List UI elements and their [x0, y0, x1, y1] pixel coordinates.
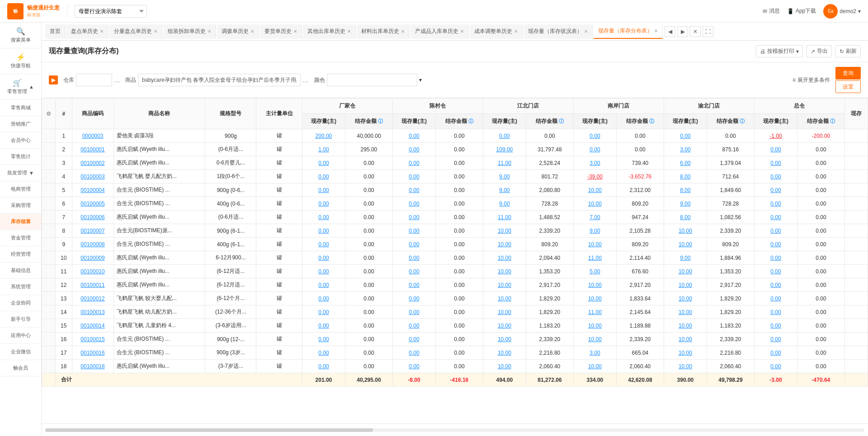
org-selector[interactable]: 母婴行业演示陈套 — [75, 5, 147, 18]
cc-qty[interactable]: 0.00 — [392, 292, 436, 305]
total-qty[interactable]: 0.00 — [754, 183, 797, 197]
total-qty[interactable]: 0.00 — [754, 156, 797, 170]
nb-qty[interactable]: 7.00 — [573, 211, 617, 224]
cc-qty[interactable]: 0.00 — [392, 143, 436, 156]
sidebar-item-wechat[interactable]: 企业微信 — [0, 344, 41, 360]
yb-qty[interactable]: 8.00 — [664, 170, 707, 183]
export-btn[interactable]: ↗ 导出 — [807, 45, 832, 57]
jb-qty[interactable]: 10.00 — [483, 265, 526, 278]
jb-qty[interactable]: 109.00 — [483, 143, 526, 156]
row-sku[interactable]: 00100002 — [72, 156, 113, 170]
nb-qty[interactable]: 11.00 — [573, 251, 617, 265]
close-tab-6[interactable]: ✕ — [347, 29, 351, 34]
nb-qty[interactable]: 5.00 — [573, 265, 617, 278]
color-input[interactable] — [327, 74, 417, 86]
close-tab-9[interactable]: ✕ — [514, 29, 518, 34]
sidebar-item-quicknav[interactable]: ⚡ 快捷导航 — [0, 48, 41, 74]
cf-qty[interactable]: 0.00 — [302, 211, 345, 224]
sidebar-item-retail-stats[interactable]: 零售统计 — [0, 149, 41, 165]
yb-qty[interactable]: 10.00 — [664, 292, 707, 305]
tab-home[interactable]: 首页 — [45, 24, 66, 39]
sidebar-item-newbie[interactable]: 新手引导 — [0, 311, 41, 328]
total-amt-info[interactable]: ⓘ — [830, 118, 835, 124]
nb-qty[interactable]: 10.00 — [573, 333, 617, 346]
query-btn[interactable]: 查询 — [835, 67, 861, 80]
total-qty[interactable]: 0.00 — [754, 305, 797, 319]
jb-qty[interactable]: 11.00 — [483, 156, 526, 170]
row-sku[interactable]: 00100014 — [72, 319, 113, 333]
sidebar-item-basic-info[interactable]: 基础信息 — [0, 263, 41, 279]
jb-qty[interactable]: 10.00 — [483, 346, 526, 360]
cc-qty[interactable]: 0.00 — [392, 265, 436, 278]
sidebar-item-system[interactable]: 系统管理 — [0, 279, 41, 295]
warehouse-more-btn[interactable]: ... — [114, 76, 120, 84]
jb-qty[interactable]: 0.00 — [483, 129, 526, 143]
cc-qty[interactable]: 0.00 — [392, 170, 436, 183]
sidebar-item-vip[interactable]: 畅会员 — [0, 360, 41, 376]
nb-qty[interactable]: 10.00 — [573, 278, 617, 292]
yb-amt-info[interactable]: ⓘ — [740, 118, 745, 124]
cf-qty[interactable]: 0.00 — [302, 197, 345, 211]
total-qty[interactable]: 0.00 — [754, 265, 797, 278]
yb-qty[interactable]: 10.00 — [664, 278, 707, 292]
jb-qty[interactable]: 10.00 — [483, 360, 526, 373]
total-qty[interactable]: 0.00 — [754, 346, 797, 360]
jb-qty[interactable]: 9.00 — [483, 170, 526, 183]
sidebar-item-wholesale[interactable]: 批发管理 ▼ — [0, 165, 41, 181]
close-tab-4[interactable]: ✕ — [250, 29, 254, 34]
expand-more-btn[interactable]: ≡ 展开更多条件 — [793, 76, 830, 84]
jb-qty[interactable]: 10.00 — [483, 333, 526, 346]
jb-qty[interactable]: 10.00 — [483, 319, 526, 333]
tab-requisition[interactable]: 要货单历史 ✕ — [260, 24, 302, 39]
yb-qty[interactable]: 9.00 — [664, 197, 707, 211]
cf-qty[interactable]: 0.00 — [302, 183, 345, 197]
cf-qty[interactable]: 0.00 — [302, 170, 345, 183]
cc-amt-info[interactable]: ⓘ — [468, 118, 473, 124]
row-sku[interactable]: 0000003 — [72, 129, 113, 143]
total-qty[interactable]: 0.00 — [754, 143, 797, 156]
tab-material-out[interactable]: 材料出库单历史 ✕ — [357, 24, 410, 39]
jb-qty[interactable]: 9.00 — [483, 197, 526, 211]
cc-qty[interactable]: 0.00 — [392, 278, 436, 292]
yb-qty[interactable]: 9.00 — [664, 251, 707, 265]
tab-inventory-check[interactable]: 盘点单历史 ✕ — [66, 24, 108, 39]
app-download-btn[interactable]: 📱 App下载 — [787, 7, 816, 15]
cc-qty[interactable]: 0.00 — [392, 333, 436, 346]
gear-icon-header[interactable]: ⚙ — [46, 111, 51, 117]
tab-other-out[interactable]: 其他出库单历史 ✕ — [303, 24, 356, 39]
message-btn[interactable]: ✉ 消息 — [763, 7, 780, 15]
tab-transfer[interactable]: 调拨单历史 ✕ — [217, 24, 259, 39]
cf-qty[interactable]: 0.00 — [302, 251, 345, 265]
tab-nav-expand[interactable]: ⛶ — [703, 26, 713, 37]
nb-qty[interactable]: 10.00 — [573, 238, 617, 251]
settings-btn[interactable]: 设置 — [835, 80, 861, 93]
sidebar-item-ecommerce[interactable]: 电商管理 — [0, 181, 41, 197]
nb-qty[interactable]: 10.00 — [573, 319, 617, 333]
row-sku[interactable]: 00100003 — [72, 170, 113, 183]
tab-assembly[interactable]: 组装拆卸单历史 ✕ — [163, 24, 216, 39]
cc-qty[interactable]: 0.00 — [392, 129, 436, 143]
close-tab-3[interactable]: ✕ — [208, 29, 211, 34]
tab-product-in[interactable]: 产成品入库单历史 ✕ — [410, 24, 469, 39]
cc-qty[interactable]: 0.00 — [392, 224, 436, 238]
total-qty[interactable]: 0.00 — [754, 251, 797, 265]
row-sku[interactable]: 00100015 — [72, 333, 113, 346]
sidebar-item-retail-mall[interactable]: 零售商城 — [0, 100, 41, 116]
nb-amt-info[interactable]: ⓘ — [649, 118, 654, 124]
cf-qty[interactable]: 0.00 — [302, 224, 345, 238]
total-qty[interactable]: 0.00 — [754, 360, 797, 373]
nb-qty[interactable]: 11.00 — [573, 305, 617, 319]
nb-qty[interactable]: 0.00 — [573, 143, 617, 156]
user-avatar-area[interactable]: Ea demo2 ▾ — [823, 4, 861, 19]
close-tab-2[interactable]: ✕ — [154, 29, 157, 34]
sidebar-item-marketing[interactable]: 营销推广 — [0, 116, 41, 132]
nb-qty[interactable]: 0.00 — [573, 129, 617, 143]
cc-qty[interactable]: 0.00 — [392, 305, 436, 319]
yb-qty[interactable]: 8.00 — [664, 183, 707, 197]
row-sku[interactable]: 00100004 — [72, 183, 113, 197]
close-tab-10[interactable]: ✕ — [584, 29, 588, 34]
nb-qty[interactable]: 3.00 — [573, 346, 617, 360]
tab-nav-right[interactable]: ▶ — [677, 26, 688, 37]
yb-qty[interactable]: 10.00 — [664, 238, 707, 251]
tab-nav-close-all[interactable]: ✕ — [690, 26, 701, 37]
